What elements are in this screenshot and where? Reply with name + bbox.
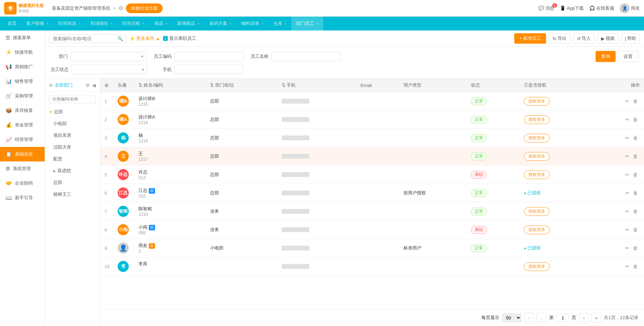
col-name[interactable]: ⇅ 姓名/编码	[134, 79, 206, 92]
authorize-button[interactable]: 授权登录	[524, 262, 550, 271]
dept-item-xiangmu[interactable]: 项目库房	[45, 130, 100, 141]
tab-goods-close[interactable]: ×	[165, 21, 167, 26]
dept-item-peihuo[interactable]: 配货	[45, 153, 100, 165]
sidebar-item-system[interactable]: ⚙ 系统管理	[0, 161, 45, 176]
edit-button[interactable]: ✏	[625, 172, 629, 177]
delete-button[interactable]: 🗑	[633, 209, 638, 214]
reset-button[interactable]: 设置	[618, 51, 638, 62]
experience-button[interactable]: 体验行业方案	[126, 3, 163, 13]
user-menu[interactable]: 👤 用友	[620, 3, 640, 13]
dept-item-shenyang[interactable]: 沈阳大库	[45, 141, 100, 153]
tab-barcode[interactable]: 条码方案×	[205, 17, 236, 30]
filter-dept-select-wrap[interactable]	[71, 52, 147, 61]
col-dept[interactable]: ⇅ 部门/职位	[206, 79, 278, 92]
tab-operation[interactable]: 经营情况×	[53, 17, 85, 30]
delete-button[interactable]: 🗑	[633, 172, 638, 177]
edit-button[interactable]: ✏	[625, 227, 629, 232]
sidebar-item-guide[interactable]: 📖 新手引导	[0, 191, 45, 205]
inactive-checkbox[interactable]: ✓	[163, 36, 168, 41]
import-button[interactable]: ↺ 导入	[573, 33, 595, 44]
tab-customer-close[interactable]: ×	[46, 21, 48, 26]
sidebar-item-operation[interactable]: 📈 经营管理	[0, 132, 45, 147]
search-input[interactable]	[53, 36, 115, 41]
next-page-btn[interactable]: ›	[579, 313, 589, 323]
delete-button[interactable]: 🗑	[633, 245, 638, 251]
tab-new-goods-close[interactable]: ×	[197, 21, 199, 26]
sidebar-item-finance[interactable]: 💰 资金管理	[0, 118, 45, 132]
filter-status-select[interactable]	[71, 65, 147, 74]
dept-item-xiaodibu[interactable]: 小电部	[45, 118, 100, 130]
edit-button[interactable]: ✏	[625, 209, 629, 214]
online-support-btn[interactable]: 🎧 在线客服	[589, 5, 614, 11]
sidebar-item-basic[interactable]: 📋 基础信息	[0, 147, 45, 161]
tab-customer[interactable]: 客户联络×	[21, 17, 53, 30]
app-download-btn[interactable]: 📱 App下载	[560, 5, 584, 11]
tab-home[interactable]: 首页	[3, 17, 21, 30]
last-page-btn[interactable]: »	[591, 313, 601, 323]
authorize-button[interactable]: 授权登录	[524, 97, 550, 106]
sidebar-item-marketing[interactable]: 📢 营销推广	[0, 60, 45, 74]
authorize-button[interactable]: 授权登录	[524, 115, 550, 124]
show-inactive-toggle[interactable]: ✓ 显示离职员工	[163, 35, 196, 42]
message-btn[interactable]: 💬 消息 5	[538, 5, 554, 11]
delete-button[interactable]: 🗑	[633, 117, 638, 122]
col-settings[interactable]: ⚙	[100, 79, 114, 92]
edit-button[interactable]: ✏	[625, 190, 629, 196]
add-employee-button[interactable]: + 新增员工	[514, 33, 546, 44]
tab-bom[interactable]: 物料清单×	[236, 17, 268, 30]
delete-button[interactable]: 🗑	[633, 153, 638, 159]
sidebar-item-sales[interactable]: 📊 销售管理	[0, 74, 45, 89]
authorize-button[interactable]: 授权登录	[524, 152, 550, 161]
dept-item-zongbu[interactable]: 总部	[45, 177, 100, 188]
delete-button[interactable]: 🗑	[633, 264, 638, 269]
edit-button[interactable]: ✏	[625, 245, 629, 251]
edit-button[interactable]: ✏	[625, 98, 629, 104]
dept-search-input[interactable]	[49, 95, 96, 103]
col-phone[interactable]: ⇅ 手机	[278, 79, 356, 92]
sidebar-item-purchase[interactable]: 🛒 采购管理	[0, 89, 45, 103]
dept-item-zhishu[interactable]: 植树王三	[45, 188, 100, 200]
dropdown-arrow[interactable]: ▾	[113, 6, 116, 11]
authorize-button[interactable]: 授权登录	[524, 226, 550, 234]
tab-history-close[interactable]: ×	[142, 21, 144, 26]
video-button[interactable]: ▶ 视频	[597, 33, 618, 44]
sidebar-item-search[interactable]: ☰ 搜索菜单	[0, 30, 45, 45]
tab-warehouse-close[interactable]: ×	[284, 21, 287, 26]
sidebar-item-collab[interactable]: 🤝 企业协同	[0, 176, 45, 191]
authorize-button[interactable]: 授权登录	[524, 170, 550, 179]
dept-tree-settings-icon[interactable]: ⚙	[85, 82, 90, 88]
edit-button[interactable]: ✏	[625, 117, 629, 122]
tab-warehouse[interactable]: 仓库×	[269, 17, 291, 30]
tab-history[interactable]: 经营历程×	[117, 17, 149, 30]
help-button[interactable]: | 帮助	[621, 33, 640, 44]
delete-button[interactable]: 🗑	[633, 135, 638, 141]
query-button[interactable]: 查询	[596, 51, 616, 62]
export-button[interactable]: ↻ 导出	[549, 33, 570, 44]
filter-name-input[interactable]	[271, 52, 341, 61]
delete-button[interactable]: 🗑	[633, 227, 638, 232]
dept-tree-collapse-icon[interactable]: ◀	[92, 82, 96, 88]
prev-page-btn[interactable]: ‹	[537, 313, 546, 323]
tab-new-goods[interactable]: 新增商品×	[172, 17, 204, 30]
filter-dept-select[interactable]	[71, 52, 147, 61]
tab-operation-close[interactable]: ×	[78, 21, 80, 26]
tab-barcode-close[interactable]: ×	[229, 21, 232, 26]
filter-phone-input[interactable]	[174, 65, 244, 74]
authorize-button[interactable]: 授权登录	[524, 134, 550, 142]
sidebar-item-inventory[interactable]: 📦 库存核算	[0, 103, 45, 118]
edit-button[interactable]: ✏	[625, 264, 629, 269]
dept-item-shuangluxiang[interactable]: ▶ 双虑想	[45, 165, 100, 177]
delete-button[interactable]: 🗑	[633, 190, 638, 196]
authorize-button[interactable]: 授权登录	[524, 207, 550, 216]
filter-code-input[interactable]	[174, 52, 244, 61]
tab-bom-close[interactable]: ×	[261, 21, 263, 26]
tab-department[interactable]: 部门员工×	[291, 17, 323, 30]
page-size-select[interactable]: 50 20 100	[502, 314, 521, 322]
edit-button[interactable]: ✏	[625, 153, 629, 159]
tab-profit[interactable]: 利润报告×	[85, 17, 117, 30]
settings-icon[interactable]: ⚙	[118, 5, 123, 11]
delete-button[interactable]: 🗑	[633, 98, 638, 104]
first-page-btn[interactable]: «	[524, 313, 534, 323]
dept-item-zongbu-parent[interactable]: ▼ 总部	[45, 106, 100, 118]
page-number-input[interactable]	[556, 314, 569, 322]
